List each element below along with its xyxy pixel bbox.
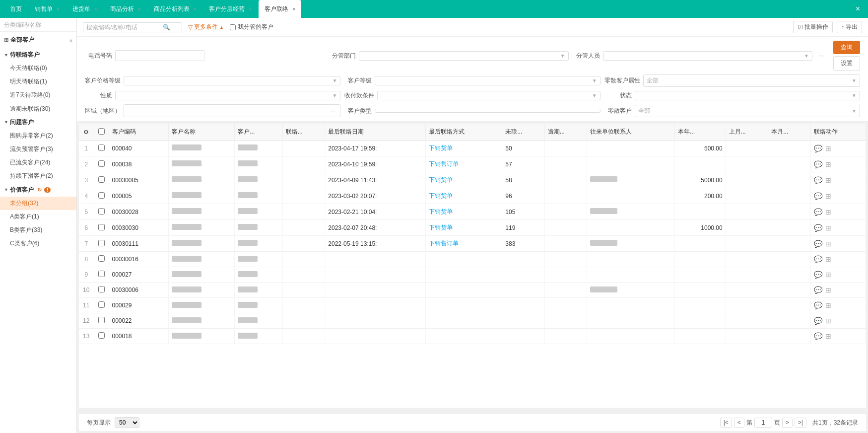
prev-page-btn[interactable]: < [734, 418, 744, 428]
grid-action-icon[interactable]: ⊞ [825, 271, 831, 279]
chat-icon[interactable]: 💬 [814, 160, 822, 168]
grid-action-icon[interactable]: ⊞ [825, 176, 831, 184]
chat-icon[interactable]: 💬 [814, 255, 822, 263]
page-size-select[interactable]: 50 100 [115, 417, 139, 428]
select-all-checkbox[interactable] [98, 128, 105, 135]
grid-action-icon[interactable]: ⊞ [825, 144, 831, 152]
filter-select-scatter[interactable]: 全部 ▼ [635, 105, 860, 117]
td-check[interactable] [94, 313, 109, 329]
filter-select-region[interactable]: ··· [124, 104, 340, 117]
tab-goods-analysis-close[interactable]: × [138, 6, 141, 12]
grid-action-icon[interactable]: ⊞ [825, 240, 831, 248]
tab-home[interactable]: 首页 [4, 0, 28, 18]
sidebar-item-today[interactable]: 今天待联络(0) [0, 62, 76, 75]
filter-select-dept[interactable]: ▼ [359, 51, 568, 61]
table-link[interactable]: 下销售订单 [429, 240, 459, 247]
filter-select-status[interactable]: ▼ [635, 91, 860, 100]
td-check[interactable] [94, 252, 109, 267]
td-check[interactable] [94, 283, 109, 298]
td-check[interactable] [94, 172, 109, 188]
chat-icon[interactable]: 💬 [814, 286, 822, 294]
chat-icon[interactable]: 💬 [814, 301, 822, 309]
table-link[interactable]: 下销货单 [429, 224, 453, 231]
scrollbar[interactable] [79, 410, 866, 414]
tab-purchase-close[interactable]: × [94, 6, 97, 12]
table-link[interactable]: 下销货单 [429, 208, 453, 215]
tab-sales-close[interactable]: × [57, 6, 60, 12]
tab-goods-analysis-list[interactable]: 商品分析列表 × [148, 0, 202, 18]
filter-select-payment[interactable]: ▼ [377, 91, 600, 100]
sidebar-item-class-b[interactable]: B类客户(33) [0, 223, 76, 237]
table-link[interactable]: 下销货单 [429, 176, 453, 183]
close-window-icon[interactable]: × [852, 4, 864, 13]
grid-action-icon[interactable]: ⊞ [825, 317, 831, 325]
sidebar-all-customers[interactable]: ⊞ 全部客户 « [0, 32, 76, 48]
td-check[interactable] [94, 188, 109, 204]
main-search-icon[interactable]: 🔍 [163, 24, 170, 31]
sidebar-item-7days[interactable]: 近7天待联络(0) [0, 88, 76, 102]
grid-action-icon[interactable]: ⊞ [825, 160, 831, 168]
tab-customer-contact[interactable]: 客户联络 × [259, 0, 301, 18]
page-number-input[interactable] [754, 418, 772, 428]
table-link[interactable]: 下销货单 [429, 144, 453, 151]
sidebar-item-overdue[interactable]: 逾期未联络(30) [0, 102, 76, 116]
td-check[interactable] [94, 267, 109, 283]
query-button[interactable]: 查询 [833, 41, 860, 54]
chat-icon[interactable]: 💬 [814, 317, 822, 325]
chat-icon[interactable]: 💬 [814, 144, 822, 152]
sidebar-search-input[interactable] [4, 21, 77, 28]
grid-action-icon[interactable]: ⊞ [825, 301, 831, 309]
filter-select-scatter-attr[interactable]: 全部 ▼ [643, 74, 860, 87]
filter-input-phone[interactable] [115, 50, 204, 61]
grid-action-icon[interactable]: ⊞ [825, 224, 831, 232]
export-button[interactable]: ↑ 导出 [837, 21, 862, 33]
tab-goods-analysis-list-close[interactable]: × [194, 6, 197, 12]
dots-btn-1[interactable]: ··· [816, 51, 825, 60]
sidebar-item-declining[interactable]: 持续下滑客户(2) [0, 169, 76, 183]
my-customers-checkbox[interactable]: 我分管的客户 [230, 23, 273, 31]
sidebar-item-tomorrow[interactable]: 明天待联络(1) [0, 75, 76, 88]
filter-select-nature[interactable]: ▼ [115, 91, 340, 100]
chat-icon[interactable]: 💬 [814, 192, 822, 200]
sidebar-item-churn-warn[interactable]: 流失预警客户(3) [0, 143, 76, 156]
th-gear[interactable]: ⚙ [79, 124, 94, 141]
grid-action-icon[interactable]: ⊞ [825, 208, 831, 216]
reset-button[interactable]: 设置 [833, 56, 860, 71]
filter-select-customer-type[interactable] [375, 109, 600, 113]
td-check[interactable] [94, 141, 109, 156]
sidebar-item-unclassified[interactable]: 未分组(32) [0, 197, 76, 210]
chat-icon[interactable]: 💬 [814, 208, 822, 216]
td-check[interactable] [94, 236, 109, 252]
td-check[interactable] [94, 220, 109, 236]
chat-icon[interactable]: 💬 [814, 224, 822, 232]
tab-customer-tier-close[interactable]: × [249, 6, 252, 12]
tab-sales[interactable]: 销售单 × [29, 0, 66, 18]
tab-customer-contact-close[interactable]: × [292, 6, 295, 12]
batch-op-button[interactable]: ☑ 批量操作 [793, 21, 833, 33]
grid-action-icon[interactable]: ⊞ [825, 192, 831, 200]
sidebar-section-value[interactable]: ▼ 价值客户 ↻ ! [0, 183, 76, 197]
sidebar-section-pending[interactable]: ▼ 待联络客户 [0, 48, 76, 62]
filter-select-customer-level[interactable]: ▼ [375, 76, 600, 85]
sidebar-item-class-c[interactable]: C类客户(6) [0, 237, 76, 250]
sidebar-item-abnormal[interactable]: 囤购异常客户(2) [0, 129, 76, 143]
dots-region[interactable]: ··· [328, 106, 337, 115]
settings-icon[interactable]: ⚙ [83, 129, 89, 136]
tab-customer-tier[interactable]: 客户分层经营 × [203, 0, 258, 18]
table-link[interactable]: 下销货单 [429, 192, 453, 199]
reload-icon[interactable]: ↻ [37, 187, 42, 193]
grid-action-icon[interactable]: ⊞ [825, 332, 831, 340]
last-page-btn[interactable]: >| [795, 418, 806, 428]
td-check[interactable] [94, 329, 109, 344]
tab-purchase[interactable]: 进货单 × [67, 0, 103, 18]
chat-icon[interactable]: 💬 [814, 240, 822, 248]
first-page-btn[interactable]: |< [720, 418, 732, 428]
chat-icon[interactable]: 💬 [814, 332, 822, 340]
grid-action-icon[interactable]: ⊞ [825, 255, 831, 263]
my-customers-check[interactable] [230, 24, 236, 30]
td-check[interactable] [94, 298, 109, 313]
filter-select-price-level[interactable]: ▼ [124, 76, 340, 85]
tab-goods-analysis[interactable]: 商品分析 × [104, 0, 147, 18]
th-check[interactable] [94, 124, 109, 141]
filter-select-manager[interactable]: ▼ [603, 51, 812, 61]
